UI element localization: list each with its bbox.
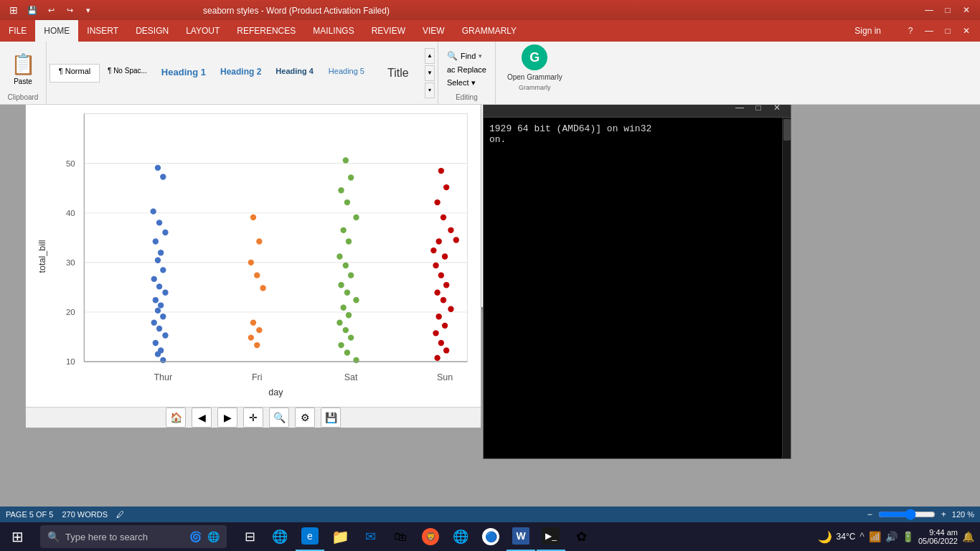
gallery-up-arrow[interactable]: ▲ xyxy=(425,48,435,64)
zoom-in-btn[interactable]: + xyxy=(941,509,946,519)
taskbar-app-files[interactable]: 📁 xyxy=(326,522,354,551)
tab-references[interactable]: REFERENCES xyxy=(228,20,304,42)
terminal-content[interactable]: 1929 64 bit (AMD64)] on win32 on. xyxy=(484,118,782,458)
pan-tool-btn[interactable]: ✛ xyxy=(243,408,263,428)
tab-design[interactable]: DESIGN xyxy=(127,20,177,42)
svg-point-65 xyxy=(346,312,352,318)
taskbar-app-word[interactable]: W xyxy=(507,522,535,551)
maximize-btn[interactable]: □ xyxy=(940,4,956,17)
save-qat-btn[interactable]: 💾 xyxy=(24,2,40,18)
find-btn[interactable]: 🔍 Find ▾ xyxy=(444,50,489,62)
style-h4[interactable]: Heading 5 xyxy=(321,64,372,83)
svg-point-66 xyxy=(336,319,342,325)
terminal-scrollbar[interactable] xyxy=(782,118,791,458)
time-display: 9:44 am xyxy=(918,528,958,537)
clock[interactable]: 9:44 am 05/06/2022 xyxy=(918,528,958,545)
svg-point-80 xyxy=(433,263,438,268)
chart-container: 50 40 30 20 10 total_bill Thur Fri Sat S… xyxy=(26,99,481,407)
redo-qat-btn[interactable]: ↪ xyxy=(62,2,77,18)
title-bar: ⊞ 💾 ↩ ↪ ▾ seaborn styles - Word (Product… xyxy=(0,0,980,20)
temperature: 34°C xyxy=(837,532,856,542)
close-btn[interactable]: ✕ xyxy=(958,4,974,17)
tab-mailings[interactable]: MAILINGS xyxy=(304,20,362,42)
taskbar-app-edge[interactable]: e xyxy=(296,522,324,551)
svg-point-22 xyxy=(153,238,159,244)
taskbar-app-globe[interactable]: 🌐 xyxy=(446,522,475,551)
back-tool-btn[interactable]: ◀ xyxy=(192,408,212,428)
ribbon-maximize-btn[interactable]: □ xyxy=(940,24,956,37)
config-tool-btn[interactable]: ⚙ xyxy=(295,408,315,428)
terminal-line2: on. xyxy=(489,134,776,145)
svg-text:50: 50 xyxy=(66,159,75,168)
start-button[interactable]: ⊞ xyxy=(0,522,34,551)
chevron-up-icon[interactable]: ^ xyxy=(859,531,864,542)
search-placeholder: Type here to search xyxy=(65,532,148,542)
taskbar-app-brave[interactable]: 🦁 xyxy=(416,522,445,551)
style-normal[interactable]: ¶ Normal xyxy=(50,64,100,83)
tab-layout[interactable]: LAYOUT xyxy=(177,20,228,42)
svg-point-23 xyxy=(158,250,164,255)
svg-point-79 xyxy=(442,253,448,259)
style-title[interactable]: Title xyxy=(373,64,423,83)
style-h1[interactable]: Heading 1 xyxy=(155,64,212,83)
grammarly-logo[interactable]: G xyxy=(522,44,547,70)
svg-point-24 xyxy=(155,258,161,263)
svg-text:30: 30 xyxy=(66,258,75,267)
svg-point-59 xyxy=(343,263,349,268)
tab-home[interactable]: HOME xyxy=(35,20,78,42)
volume-icon[interactable]: 🔊 xyxy=(885,531,897,542)
select-btn[interactable]: Select ▾ xyxy=(444,77,489,89)
tab-review[interactable]: REVIEW xyxy=(363,20,414,42)
sign-in-link[interactable]: Sign in xyxy=(854,26,903,36)
ribbon-help-btn[interactable]: ? xyxy=(903,24,918,37)
style-h2[interactable]: Heading 2 xyxy=(214,64,268,83)
tab-file[interactable]: FILE xyxy=(0,20,35,42)
zoom-slider[interactable] xyxy=(878,509,936,520)
svg-text:day: day xyxy=(268,387,283,397)
svg-point-61 xyxy=(338,282,344,288)
svg-point-26 xyxy=(151,276,157,282)
taskbar: ⊞ 🔍 Type here to search 🌀 🌐 ⊟ 🌐 e 📁 ✉ 🛍 xyxy=(0,522,980,551)
tab-insert[interactable]: INSERT xyxy=(78,20,127,42)
zoom-out-btn[interactable]: − xyxy=(867,509,872,519)
tab-grammarly[interactable]: GRAMMARLY xyxy=(453,20,525,42)
undo-qat-btn[interactable]: ↩ xyxy=(43,2,59,18)
forward-tool-btn[interactable]: ▶ xyxy=(217,408,237,428)
taskbar-app-taskview[interactable]: ⊟ xyxy=(235,522,264,551)
taskbar-app-mail[interactable]: ✉ xyxy=(356,522,385,551)
replace-btn[interactable]: ac Replace xyxy=(444,64,489,75)
network-icon[interactable]: 📶 xyxy=(869,531,881,542)
notification-icon[interactable]: 🔔 xyxy=(962,531,974,542)
open-grammarly-btn[interactable]: Open Grammarly xyxy=(507,73,562,81)
zoom-tool-btn[interactable]: 🔍 xyxy=(269,408,289,428)
ribbon-minimize-btn[interactable]: — xyxy=(921,24,937,37)
taskbar-app-widgets[interactable]: 🌐 xyxy=(265,522,294,551)
tab-view[interactable]: VIEW xyxy=(414,20,453,42)
minimize-btn[interactable]: — xyxy=(921,4,937,17)
paste-btn[interactable]: 📋 Paste xyxy=(6,50,40,88)
taskbar-app-misc[interactable]: ✿ xyxy=(567,522,595,551)
gallery-down-arrow[interactable]: ▼ xyxy=(425,65,435,81)
svg-text:40: 40 xyxy=(66,209,75,217)
svg-point-56 xyxy=(341,227,347,233)
svg-text:Sun: Sun xyxy=(437,372,453,382)
taskbar-app-terminal[interactable]: ▶_ xyxy=(537,522,565,551)
style-nospace[interactable]: ¶ No Spac... xyxy=(101,64,154,83)
figure-window: 📊 Figure 1 — □ ✕ 50 40 30 20 10 total_b xyxy=(25,85,481,415)
svg-point-47 xyxy=(256,327,262,333)
home-tool-btn[interactable]: 🏠 xyxy=(166,408,186,428)
svg-point-70 xyxy=(344,349,350,355)
terminal-scroll-thumb xyxy=(783,119,791,141)
ribbon-close-btn[interactable]: ✕ xyxy=(958,24,974,37)
svg-text:Sat: Sat xyxy=(344,372,358,382)
battery-icon[interactable]: 🔋 xyxy=(902,531,914,542)
taskbar-app-store[interactable]: 🛍 xyxy=(386,522,415,551)
svg-point-17 xyxy=(155,165,161,171)
taskbar-app-chrome[interactable]: 🔵 xyxy=(476,522,505,551)
svg-text:total_bill: total_bill xyxy=(37,240,47,273)
gallery-more-arrow[interactable]: ▾ xyxy=(425,83,435,98)
customize-qat-btn[interactable]: ▾ xyxy=(80,2,96,18)
taskbar-search[interactable]: 🔍 Type here to search 🌀 🌐 xyxy=(40,525,227,548)
save-tool-btn[interactable]: 💾 xyxy=(321,408,341,428)
style-h3[interactable]: Heading 4 xyxy=(269,64,320,83)
